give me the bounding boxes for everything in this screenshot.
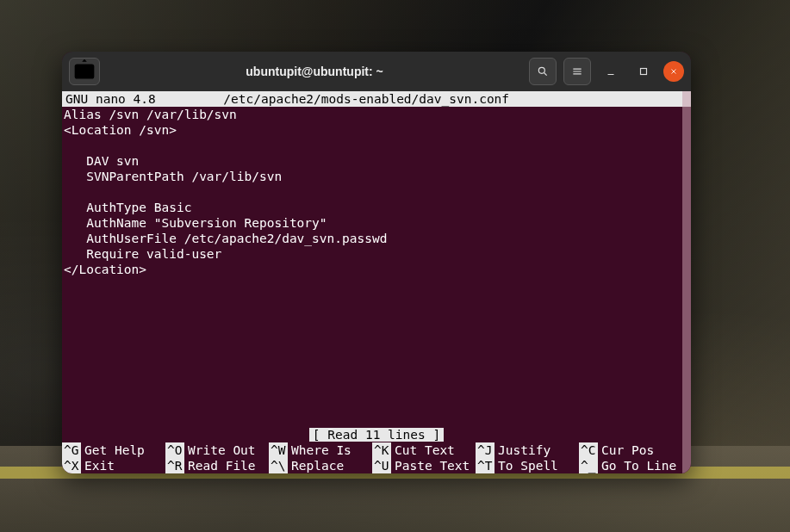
- nano-help-label: Replace: [288, 458, 344, 473]
- nano-help-item: ^GGet Help: [62, 442, 165, 458]
- nano-help-key: ^J: [476, 442, 495, 458]
- terminal-body[interactable]: GNU nano 4.8 /etc/apache2/mods-enabled/d…: [62, 91, 691, 473]
- close-button[interactable]: [663, 61, 684, 82]
- nano-help-label: Write Out: [184, 442, 256, 458]
- nano-help-key: ^U: [372, 458, 391, 473]
- nano-editor-content[interactable]: Alias /svn /var/lib/svn <Location /svn> …: [62, 107, 691, 277]
- minimize-icon: [605, 65, 617, 77]
- nano-help-label: Justify: [495, 442, 551, 458]
- nano-help-item: ^OWrite Out: [165, 442, 269, 458]
- nano-help-label: Exit: [81, 458, 115, 473]
- nano-help-label: Read File: [184, 458, 256, 473]
- maximize-icon: [638, 65, 650, 77]
- nano-help-label: Cur Pos: [598, 442, 654, 458]
- nano-help-label: To Spell: [495, 458, 558, 473]
- nano-help-bar: ^GGet Help^OWrite Out^WWhere Is^KCut Tex…: [62, 442, 691, 473]
- maximize-button[interactable]: [631, 59, 656, 84]
- nano-help-key: ^R: [165, 458, 184, 473]
- window-titlebar[interactable]: ubuntupit@ubuntupit: ~: [62, 52, 691, 91]
- nano-status-line: [ Read 11 lines ]: [62, 427, 691, 442]
- nano-help-item: ^UPaste Text: [372, 458, 476, 473]
- nano-help-row-1: ^GGet Help^OWrite Out^WWhere Is^KCut Tex…: [62, 442, 691, 458]
- minimize-button[interactable]: [598, 59, 624, 84]
- nano-help-row-2: ^XExit^RRead File^\Replace^UPaste Text^T…: [62, 458, 691, 473]
- nano-help-label: Cut Text: [391, 442, 455, 458]
- search-icon: [537, 65, 549, 77]
- nano-status-text: [ Read 11 lines ]: [309, 428, 444, 442]
- terminal-window: ubuntupit@ubuntupit: ~: [62, 52, 691, 473]
- desktop-background: ubuntupit@ubuntupit: ~: [0, 0, 790, 532]
- new-tab-icon: [70, 57, 99, 86]
- menu-button[interactable]: [563, 58, 591, 85]
- search-button[interactable]: [529, 58, 557, 85]
- nano-filepath: /etc/apache2/mods-enabled/dav_svn.conf: [223, 92, 509, 106]
- window-title: ubuntupit@ubuntupit: ~: [105, 65, 524, 78]
- nano-help-key: ^T: [476, 458, 495, 473]
- nano-help-key: ^O: [165, 442, 184, 458]
- nano-help-key: ^C: [579, 442, 598, 458]
- nano-help-key: ^G: [62, 442, 81, 458]
- scrollbar[interactable]: [682, 91, 691, 473]
- svg-point-1: [538, 67, 544, 73]
- nano-help-item: ^KCut Text: [372, 442, 476, 458]
- nano-help-key: ^_: [579, 458, 598, 473]
- nano-help-item: ^JJustify: [476, 442, 579, 458]
- nano-help-label: Paste Text: [391, 458, 470, 473]
- nano-help-key: ^\: [269, 458, 288, 473]
- nano-help-item: ^WWhere Is: [269, 442, 372, 458]
- nano-help-key: ^W: [269, 442, 288, 458]
- nano-header: GNU nano 4.8 /etc/apache2/mods-enabled/d…: [62, 91, 691, 107]
- svg-rect-2: [641, 69, 647, 75]
- nano-help-item: ^CCur Pos: [579, 442, 682, 458]
- nano-help-item: ^_Go To Line: [579, 458, 682, 473]
- window-controls: [529, 58, 684, 85]
- nano-help-label: Where Is: [288, 442, 351, 458]
- svg-rect-0: [75, 65, 95, 79]
- nano-help-key: ^K: [372, 442, 391, 458]
- nano-help-label: Get Help: [81, 442, 145, 458]
- nano-app-name: GNU nano 4.8: [65, 92, 156, 106]
- hamburger-icon: [571, 65, 583, 77]
- nano-help-item: ^XExit: [62, 458, 165, 473]
- close-icon: [669, 67, 678, 76]
- nano-help-item: ^\Replace: [269, 458, 372, 473]
- nano-help-item: ^TTo Spell: [476, 458, 579, 473]
- new-tab-button[interactable]: [69, 58, 100, 85]
- nano-help-label: Go To Line: [598, 458, 676, 473]
- nano-help-item: ^RRead File: [165, 458, 269, 473]
